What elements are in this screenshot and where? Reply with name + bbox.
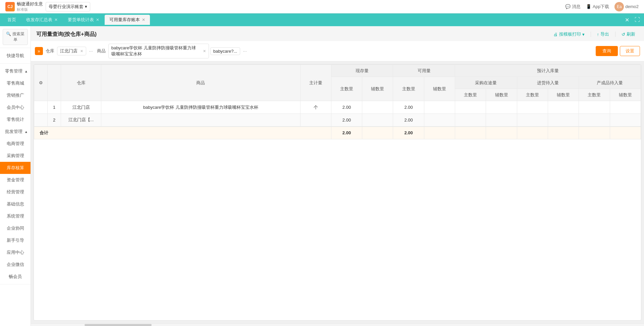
sidebar-nav: 快捷导航 (0, 48, 31, 64)
th-incoming-aux: 辅数里 (548, 89, 579, 101)
td-unit (300, 114, 331, 127)
industry-selector[interactable]: 母婴行业演示账套 ▾ (46, 2, 90, 11)
sidebar-item-ecommerce[interactable]: 电商管理 (0, 138, 31, 150)
sidebar-item-guide[interactable]: 新手引导 (0, 234, 31, 246)
sidebar-item-marketing[interactable]: 营销推广 (0, 89, 31, 101)
footer-purchase-main (455, 127, 486, 139)
sidebar-item-basic[interactable]: 基础信息 (0, 198, 31, 210)
user-name: demo2 (625, 4, 639, 9)
td-settings (34, 114, 48, 127)
tab-available[interactable]: 可用量库存账本 ✕ (105, 15, 150, 25)
divider-1 (591, 32, 591, 37)
sidebar-item-purchase[interactable]: 采购管理 (0, 150, 31, 162)
sidebar-item-quick-nav[interactable]: 快捷导航 (0, 50, 31, 61)
sidebar-ecommerce-label: 电商管理 (3, 141, 28, 147)
th-purchase-main: 主数里 (455, 89, 486, 101)
td-stock-main: 2.00 (331, 114, 362, 127)
warehouse-tag-text: 江北门店 (60, 48, 77, 54)
setting-btn[interactable]: 设置 (620, 46, 640, 56)
sidebar-item-operations[interactable]: 经营管理 (0, 186, 31, 198)
sidebar-system-label: 系统管理 (3, 213, 28, 219)
sidebar-item-wechat[interactable]: 企业微信 (0, 259, 31, 271)
footer-production-main (579, 127, 610, 139)
tab-orders[interactable]: 要货单统计表 ✕ (63, 15, 104, 25)
goods-tag-1-close[interactable]: ✕ (203, 49, 206, 53)
sidebar-enterprise-label: 企业协同 (3, 225, 28, 231)
footer-incoming-main (517, 127, 548, 139)
top-bar: CJ 畅捷通好生意 标准版 母婴行业演示账套 ▾ 💬 消息 📱 App下载 Ea… (0, 0, 644, 13)
message-btn[interactable]: 💬 消息 (565, 4, 581, 10)
sidebar-item-member[interactable]: 会员中心 (0, 101, 31, 113)
td-production-main (579, 101, 610, 114)
goods-tag-2-text: babycare?... (213, 49, 237, 54)
user-profile[interactable]: Ea demo2 (614, 2, 639, 11)
sidebar-item-finance[interactable]: 资金管理 (0, 174, 31, 186)
tab-maximize-btn[interactable]: ⛶ (633, 15, 641, 24)
warehouse-tag[interactable]: 江北门店 ✕ (57, 47, 86, 55)
sidebar-item-inventory[interactable]: 库存核算 (0, 162, 31, 174)
table-header-row-1: ⚙ 仓库 商品 主计量 现存量 (34, 65, 641, 77)
th-settings[interactable]: ⚙ (34, 65, 48, 101)
goods-filter-more[interactable]: ··· (241, 48, 248, 54)
main-layout: 🔍 搜索菜单 快捷导航 零售管理 ▲ 零售商城 营销推广 会员中心 (0, 26, 644, 326)
td-stock-aux (362, 114, 393, 127)
bottom-scroll-bar (31, 323, 644, 326)
print-icon: 🖨 (553, 32, 558, 37)
td-no: 2 (48, 114, 61, 127)
sidebar-vip-label: 畅会员 (3, 274, 28, 280)
td-production-aux (610, 114, 641, 127)
footer-available-aux (424, 127, 455, 139)
sidebar-item-wholesale[interactable]: 批发管理 ▲ (0, 126, 31, 138)
th-goods-label: 商品 (196, 80, 205, 85)
td-warehouse: 江北门店 (61, 101, 101, 114)
td-available-aux (424, 114, 455, 127)
td-incoming-main (517, 101, 548, 114)
sidebar-item-retail[interactable]: 零售管理 ▲ (0, 65, 31, 77)
bottom-scroll-thumb[interactable] (85, 324, 152, 326)
logo-area: CJ 畅捷通好生意 标准版 (5, 1, 43, 12)
data-table: ⚙ 仓库 商品 主计量 现存量 (34, 64, 641, 139)
th-purchase-group: 采购在途量 (455, 77, 517, 89)
export-btn[interactable]: ↑ 导出 (594, 30, 613, 39)
page-title: 可用量查询(按仓库+商品) (36, 31, 97, 38)
td-available-main: 2.00 (393, 114, 424, 127)
sidebar-item-retail-stats[interactable]: 零售统计 (0, 113, 31, 126)
sidebar-item-appstore[interactable]: 应用中心 (0, 246, 31, 259)
goods-tag-2[interactable]: babycare?... (210, 47, 240, 55)
tab-orders-label: 要货单统计表 (68, 17, 94, 23)
tab-close-all-btn[interactable]: ✕ (624, 15, 631, 25)
warehouse-filter-group: 江北门店 ✕ ··· (57, 47, 94, 55)
tab-receipts[interactable]: 收发存汇总表 ✕ (21, 15, 62, 25)
refresh-btn[interactable]: ↺ 刷新 (618, 30, 639, 39)
filter-toggle-btn[interactable]: » (35, 47, 43, 55)
warehouse-filter-more[interactable]: ··· (88, 48, 94, 54)
sidebar-guide-label: 新手引导 (3, 237, 28, 243)
sidebar-item-system[interactable]: 系统管理 (0, 210, 31, 222)
td-purchase-main (455, 101, 486, 114)
tab-home[interactable]: 首页 (3, 15, 21, 25)
tab-available-close[interactable]: ✕ (142, 17, 145, 22)
sidebar-section: 零售管理 ▲ 零售商城 营销推广 会员中心 零售统计 批发管理 ▲ 电商管理 (0, 64, 31, 284)
sidebar-item-vip[interactable]: 畅会员 (0, 271, 31, 283)
warehouse-tag-close[interactable]: ✕ (80, 49, 83, 53)
edition-badge: 标准版 (17, 7, 43, 12)
goods-tag-1[interactable]: babycare学饮杯 儿童防摔防撞吸管杯重力球吸嘴杯宝宝水杯 ✕ (108, 44, 209, 58)
message-icon: 💬 (565, 4, 571, 9)
th-production-main: 主数里 (579, 89, 610, 101)
sidebar-quick-nav-label: 快捷导航 (7, 53, 24, 58)
th-unit-label: 主计量 (309, 80, 322, 85)
sidebar-retail-label: 零售管理 (3, 68, 24, 74)
sidebar-item-enterprise[interactable]: 企业协同 (0, 222, 31, 234)
tab-receipts-close[interactable]: ✕ (54, 17, 58, 22)
chevron-up-icon: ▲ (24, 69, 28, 73)
sidebar-search-label: 搜索菜单 (12, 32, 24, 42)
th-available-main: 主数里 (393, 77, 424, 101)
query-btn[interactable]: 查询 (596, 46, 618, 56)
chevron-down-icon: ▾ (85, 4, 87, 9)
sidebar-item-retail-store[interactable]: 零售商城 (0, 77, 31, 89)
goods-filter-group: babycare学饮杯 儿童防摔防撞吸管杯重力球吸嘴杯宝宝水杯 ✕ babyca… (108, 44, 248, 58)
tab-orders-close[interactable]: ✕ (96, 17, 99, 22)
app-download-btn[interactable]: 📱 App下载 (586, 4, 609, 10)
print-btn[interactable]: 🖨 按模板打印 ▾ (550, 30, 588, 39)
sidebar-search-btn[interactable]: 🔍 搜索菜单 (3, 29, 28, 45)
